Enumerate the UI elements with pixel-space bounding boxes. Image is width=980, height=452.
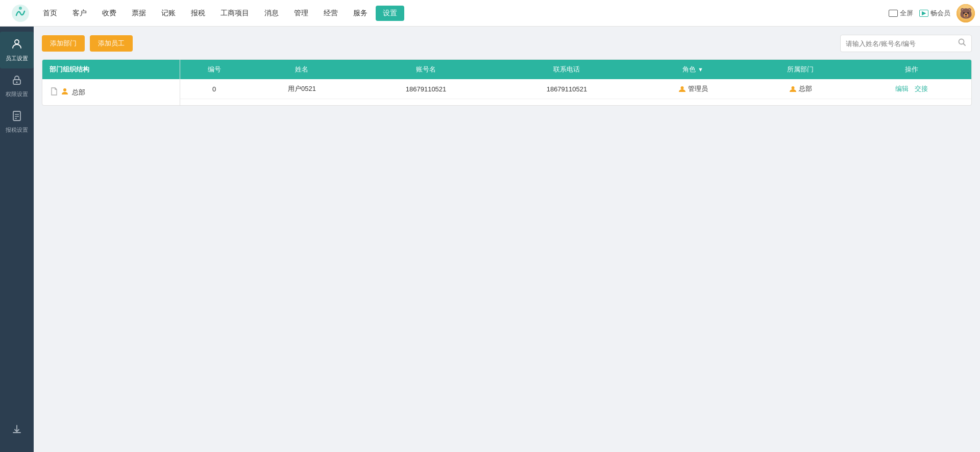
- avatar-image: 🐻: [957, 4, 975, 22]
- employee-table: 编号 姓名 账号名 联系电话 角色 ▼ 所属部门 操作 0 用户0521 18: [180, 60, 971, 99]
- cell-dept: 总部: [749, 79, 852, 99]
- svg-point-11: [63, 88, 66, 91]
- cell-role: 管理员: [637, 79, 749, 99]
- table-body: 0 用户0521 18679110521 18679110521 管理员: [180, 79, 971, 99]
- nav-item-票据[interactable]: 票据: [125, 6, 153, 21]
- cell-id: 0: [180, 79, 248, 99]
- transfer-button[interactable]: 交接: [915, 85, 928, 92]
- fullscreen-button[interactable]: 全屏: [889, 9, 913, 18]
- role-filter-icon[interactable]: ▼: [698, 66, 703, 73]
- dept-tree-header: 部门组织结构: [42, 60, 180, 79]
- nav-item-记账[interactable]: 记账: [154, 6, 183, 21]
- col-header-phone: 联系电话: [496, 60, 637, 79]
- dept-person-icon-cell: [789, 85, 797, 93]
- search-input[interactable]: [841, 37, 953, 51]
- main-layout: 员工设置 权限设置 报税设置: [0, 27, 980, 452]
- nav-right: 全屏 ▶ 畅会员 🐻: [889, 4, 975, 22]
- dept-tree-body: 总部: [42, 79, 180, 105]
- tax-report-icon: [11, 110, 22, 124]
- fullscreen-icon: [889, 10, 898, 17]
- table-row: 0 用户0521 18679110521 18679110521 管理员: [180, 79, 971, 99]
- sidebar-label-tax: 报税设置: [6, 126, 28, 134]
- vip-button[interactable]: ▶ 畅会员: [919, 9, 950, 18]
- lock-icon: [11, 75, 22, 88]
- nav-item-设置[interactable]: 设置: [376, 6, 404, 21]
- main-content: 添加部门 添加员工 部门组织结构: [34, 27, 980, 452]
- nav-item-管理[interactable]: 管理: [287, 6, 315, 21]
- svg-point-1: [19, 7, 22, 10]
- employee-icon: [11, 38, 23, 53]
- dept-file-icon: [51, 87, 58, 97]
- svg-point-4: [16, 82, 18, 83]
- role-person-icon: [678, 85, 686, 93]
- logo: [5, 4, 36, 22]
- vip-icon: ▶: [919, 10, 928, 17]
- svg-point-12: [680, 86, 683, 89]
- col-header-name: 姓名: [248, 60, 355, 79]
- fullscreen-label: 全屏: [900, 9, 913, 18]
- nav-item-首页[interactable]: 首页: [36, 6, 64, 21]
- sidebar-item-permission-settings[interactable]: 权限设置: [0, 68, 34, 104]
- table-header: 编号 姓名 账号名 联系电话 角色 ▼ 所属部门 操作: [180, 60, 971, 79]
- svg-rect-5: [13, 111, 20, 121]
- nav-items: 首页客户收费票据记账报税工商项目消息管理经营服务设置: [36, 6, 889, 21]
- nav-item-客户[interactable]: 客户: [65, 6, 94, 21]
- sidebar-item-employee-settings[interactable]: 员工设置: [0, 32, 34, 68]
- cell-account: 18679110521: [356, 79, 497, 99]
- nav-item-消息[interactable]: 消息: [257, 6, 286, 21]
- cell-phone: 18679110521: [496, 79, 637, 99]
- nav-item-收费[interactable]: 收费: [95, 6, 124, 21]
- svg-point-13: [791, 86, 794, 89]
- svg-line-10: [964, 44, 966, 46]
- cell-actions: 编辑 交接: [852, 79, 971, 99]
- search-button[interactable]: [953, 35, 971, 52]
- dept-tree: 部门组织结构: [42, 60, 180, 105]
- add-emp-button[interactable]: 添加员工: [90, 35, 133, 52]
- add-dept-button[interactable]: 添加部门: [42, 35, 85, 52]
- dept-name: 总部: [72, 88, 85, 97]
- vip-label: 畅会员: [930, 9, 950, 18]
- content-area: 部门组织结构: [42, 59, 972, 106]
- svg-point-2: [15, 40, 19, 44]
- sidebar: 员工设置 权限设置 报税设置: [0, 27, 34, 452]
- nav-item-经营[interactable]: 经营: [316, 6, 345, 21]
- nav-item-服务[interactable]: 服务: [346, 6, 375, 21]
- search-area: [840, 35, 972, 52]
- download-icon: [11, 424, 22, 438]
- toolbar: 添加部门 添加员工: [42, 35, 972, 52]
- edit-button[interactable]: 编辑: [895, 85, 909, 92]
- sidebar-label-permission: 权限设置: [6, 90, 28, 98]
- dept-tree-item-head[interactable]: 总部: [48, 84, 174, 100]
- sidebar-item-download[interactable]: [8, 418, 26, 444]
- emp-table: 编号 姓名 账号名 联系电话 角色 ▼ 所属部门 操作 0 用户0521 18: [180, 60, 971, 105]
- dept-person-icon: [61, 87, 69, 97]
- sidebar-label-employee: 员工设置: [6, 55, 28, 62]
- col-header-role[interactable]: 角色 ▼: [637, 60, 749, 79]
- avatar[interactable]: 🐻: [957, 4, 975, 22]
- col-header-id: 编号: [180, 60, 248, 79]
- col-header-dept: 所属部门: [749, 60, 852, 79]
- nav-item-工商项目[interactable]: 工商项目: [213, 6, 256, 21]
- sidebar-bottom: [8, 418, 26, 452]
- top-nav: 首页客户收费票据记账报税工商项目消息管理经营服务设置 全屏 ▶ 畅会员 🐻: [0, 0, 980, 27]
- nav-item-报税[interactable]: 报税: [184, 6, 212, 21]
- col-header-account: 账号名: [356, 60, 497, 79]
- cell-name: 用户0521: [248, 79, 355, 99]
- col-header-action: 操作: [852, 60, 971, 79]
- sidebar-item-tax-settings[interactable]: 报税设置: [0, 104, 34, 140]
